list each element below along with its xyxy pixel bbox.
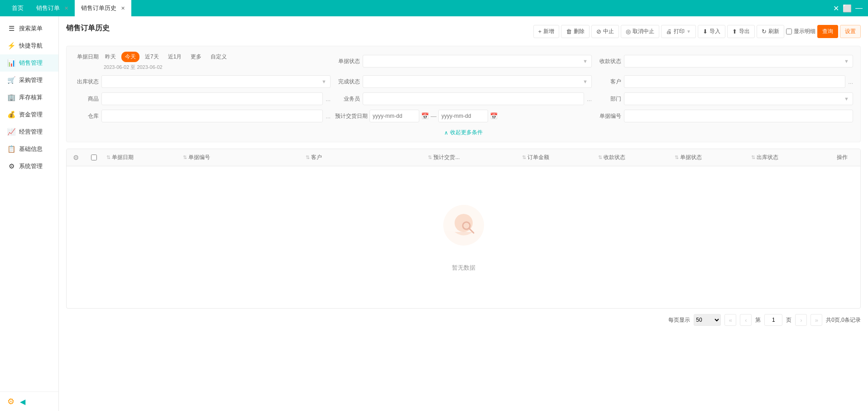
prev-page-button[interactable]: ‹ (740, 314, 752, 326)
import-button[interactable]: ⬇ 导入 (698, 25, 725, 38)
warehouse-input[interactable] (101, 110, 323, 122)
last-page-button[interactable]: » (810, 314, 822, 326)
sidebar-item-info[interactable]: 📋 基础信息 (0, 140, 58, 158)
sidebar-item-inventory[interactable]: 🏢 库存核算 (0, 89, 58, 106)
cancel-stop-button[interactable]: ◎ 取消中止 (621, 25, 659, 38)
collapse-row[interactable]: ∧ 收起更多条件 (74, 127, 853, 136)
close-tab-history[interactable]: ✕ (121, 5, 125, 11)
date-today[interactable]: 今天 (121, 52, 139, 62)
sidebar-item-purchase[interactable]: 🛒 采购管理 (0, 72, 58, 89)
salesperson-dots[interactable]: ... (587, 96, 592, 102)
tab-sales-order[interactable]: 销售订单 ✕ (30, 0, 75, 16)
delivery-date-from-icon[interactable]: 📅 (421, 112, 429, 120)
department-select[interactable]: ▼ (624, 92, 853, 105)
th-amount[interactable]: ⇅ 订单金额 (518, 154, 595, 161)
sidebar-item-system-label: 系统管理 (19, 162, 43, 170)
order-status-select[interactable]: ▼ (363, 55, 592, 68)
customer-dots[interactable]: ... (848, 78, 853, 85)
window-resize-button[interactable]: ⬜ (843, 4, 852, 13)
stop-button[interactable]: ⊘ 中止 (591, 25, 619, 38)
tab-sales-order-history[interactable]: 销售订单历史 ✕ (75, 0, 131, 16)
date-7days[interactable]: 近7天 (141, 52, 163, 62)
salesperson-input[interactable] (363, 92, 584, 105)
total-label: 共0页,0条记录 (826, 316, 861, 324)
sidebar-item-sales-label: 销售管理 (19, 59, 43, 67)
query-button[interactable]: 查询 (817, 25, 838, 38)
th-pay-status-sort-icon: ⇅ (598, 155, 602, 160)
product-input[interactable] (101, 92, 323, 105)
sidebar-item-quick-nav[interactable]: ⚡ 快捷导航 (0, 37, 58, 54)
tab-sales-order-history-label: 销售订单历史 (81, 4, 116, 12)
refresh-icon: ↻ (762, 28, 767, 35)
date-1month[interactable]: 近1月 (164, 52, 186, 62)
delivery-date-from[interactable] (369, 110, 419, 122)
th-out-status-sort-icon: ⇅ (751, 155, 755, 160)
th-checkbox (85, 155, 103, 160)
search-menu-icon: ☰ (7, 24, 15, 33)
th-out-status[interactable]: ⇅ 出库状态 (748, 154, 824, 161)
sidebar-item-info-label: 基础信息 (19, 145, 43, 153)
close-tab-sales-order[interactable]: ✕ (64, 5, 68, 11)
first-page-button[interactable]: « (724, 314, 736, 326)
th-no[interactable]: ⇅ 单据编号 (179, 154, 302, 161)
display-columns-checkbox[interactable] (786, 29, 792, 34)
select-all-checkbox[interactable] (91, 155, 97, 160)
delivery-date-to[interactable] (438, 110, 488, 122)
order-no-input[interactable] (624, 110, 853, 122)
top-bar: 首页 销售订单 ✕ 销售订单历史 ✕ ✕ ⬜ — (0, 0, 868, 16)
add-button[interactable]: + 新增 (533, 25, 560, 38)
settings-button[interactable]: 设置 (840, 25, 861, 38)
complete-status-select[interactable]: ▼ (363, 75, 592, 88)
th-amount-sort-icon: ⇅ (522, 155, 526, 160)
th-delivery[interactable]: ⇅ 预计交货... (424, 154, 518, 161)
th-date[interactable]: ⇅ 单据日期 (103, 154, 179, 161)
date-range-display: 2023-06-02 至 2023-06-02 (104, 64, 163, 71)
window-close-button[interactable]: ✕ (833, 4, 839, 13)
tab-sales-order-label: 销售订单 (36, 4, 60, 12)
table-settings-icon[interactable]: ⚙ (73, 154, 79, 162)
print-icon: 🖨 (666, 28, 672, 35)
th-customer[interactable]: ⇅ 客户 (302, 154, 425, 161)
page-input[interactable] (764, 314, 782, 326)
toolbar: + 新增 🗑 删除 ⊘ 中止 ◎ 取消中止 🖨 打印 (533, 25, 861, 38)
date-more[interactable]: 更多 (187, 52, 205, 62)
pay-status-label: 收款状态 (596, 58, 621, 65)
tab-home[interactable]: 首页 (5, 0, 30, 16)
out-status-select[interactable]: ▼ (101, 75, 331, 88)
sidebar-item-sales[interactable]: 📊 销售管理 (0, 54, 58, 72)
export-button[interactable]: ⬆ 导出 (727, 25, 755, 38)
date-custom[interactable]: 自定义 (207, 52, 230, 62)
delete-button[interactable]: 🗑 删除 (561, 25, 590, 38)
sidebar-item-system[interactable]: ⚙ 系统管理 (0, 158, 58, 175)
export-label: 导出 (739, 28, 750, 35)
product-dots[interactable]: ... (326, 96, 331, 102)
sidebar-item-ops[interactable]: 📈 经营管理 (0, 123, 58, 140)
sidebar-item-ops-label: 经营管理 (19, 128, 43, 136)
next-page-button[interactable]: › (795, 314, 807, 326)
sidebar-collapse-icon[interactable]: ◀ (20, 397, 25, 406)
customer-input[interactable] (624, 75, 845, 88)
filter-delivery-date: 预计交货日期 📅 — 📅 (335, 110, 592, 122)
content-area: 销售订单历史 + 新增 🗑 删除 ⊘ 中止 ◎ 取消中止 (59, 16, 868, 411)
th-customer-sort-icon: ⇅ (306, 155, 310, 160)
sidebar: ☰ 搜索菜单 ⚡ 快捷导航 📊 销售管理 🛒 采购管理 🏢 库存核算 💰 资金管… (0, 16, 59, 411)
warehouse-dots[interactable]: ... (326, 113, 331, 120)
pay-status-chevron: ▼ (844, 58, 849, 64)
delivery-date-to-icon[interactable]: 📅 (490, 112, 498, 120)
date-yesterday[interactable]: 昨天 (101, 52, 120, 62)
pay-status-select[interactable]: ▼ (624, 55, 853, 68)
filter-complete-status: 完成状态 ▼ (335, 75, 592, 88)
th-delivery-sort-icon: ⇅ (428, 155, 432, 160)
delivery-date-label: 预计交货日期 (335, 112, 368, 120)
filter-date-cell: 单据日期 昨天 今天 近7天 近1月 更多 自定义 2023-06-02 至 2… (74, 52, 331, 71)
sidebar-item-finance[interactable]: 💰 资金管理 (0, 106, 58, 123)
window-minimize-button[interactable]: — (855, 4, 863, 12)
refresh-button[interactable]: ↻ 刷新 (757, 25, 784, 38)
inventory-icon: 🏢 (7, 93, 15, 102)
sidebar-item-search[interactable]: ☰ 搜索菜单 (0, 20, 58, 37)
sidebar-settings-icon[interactable]: ⚙ (7, 396, 14, 406)
th-pay-status[interactable]: ⇅ 收款状态 (595, 154, 671, 161)
print-button[interactable]: 🖨 打印 ▼ (661, 25, 696, 38)
page-size-select[interactable]: 50 10 20 100 (694, 314, 721, 326)
th-order-status[interactable]: ⇅ 单据状态 (671, 154, 748, 161)
